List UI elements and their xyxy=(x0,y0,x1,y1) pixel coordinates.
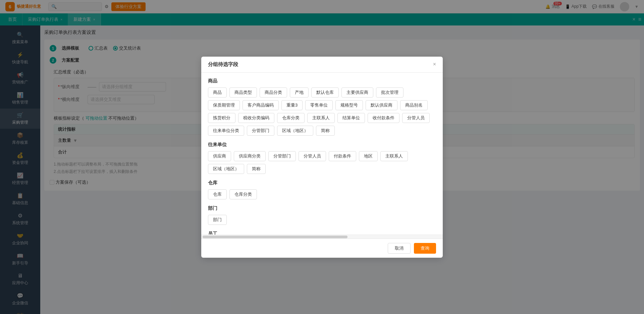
section-staff: 员工 业务员 xyxy=(208,231,436,235)
field-tag[interactable]: 商品分类 xyxy=(260,87,287,98)
section-warehouse-tags: 仓库 仓库分类 xyxy=(208,189,436,199)
field-tag[interactable]: 供应商 xyxy=(208,151,231,161)
section-goods-tags: 商品 商品类型 商品分类 产地 默认仓库 主要供应商 批次管理 保质期管理 客户… xyxy=(208,87,436,136)
cancel-button[interactable]: 取消 xyxy=(388,243,411,254)
field-select-modal: 分组待选字段 × 商品 商品 商品类型 商品分类 产地 默认仓库 主要供应商 批… xyxy=(201,57,443,258)
field-tag[interactable]: 供应商分类 xyxy=(234,151,266,161)
section-goods: 商品 商品 商品类型 商品分类 产地 默认仓库 主要供应商 批次管理 保质期管理… xyxy=(208,78,436,136)
field-tag[interactable]: 分管部门 xyxy=(268,151,296,161)
section-dept-title: 部门 xyxy=(208,205,436,211)
field-tag[interactable]: 产地 xyxy=(290,87,309,98)
modal-body: 商品 商品 商品类型 商品分类 产地 默认仓库 主要供应商 批次管理 保质期管理… xyxy=(201,73,443,235)
field-tag[interactable]: 结算单位 xyxy=(337,113,365,123)
field-tag[interactable]: 区域（地区） xyxy=(208,164,244,174)
confirm-button[interactable]: 查询 xyxy=(414,243,436,254)
field-tag[interactable]: 主联系人 xyxy=(307,113,335,123)
field-tag[interactable]: 仓库 xyxy=(208,189,227,199)
field-tag[interactable]: 区域（地区） xyxy=(277,126,313,136)
field-tag[interactable]: 部门 xyxy=(208,215,227,225)
field-tag[interactable]: 规格型号 xyxy=(335,100,363,110)
field-tag[interactable]: 仓库分类 xyxy=(229,189,257,199)
section-goods-title: 商品 xyxy=(208,78,436,84)
field-tag[interactable]: 默认仓库 xyxy=(311,87,339,98)
field-tag[interactable]: 简称 xyxy=(316,126,335,136)
field-tag[interactable]: 零售单位 xyxy=(305,100,333,110)
field-tag[interactable]: 收付款条件 xyxy=(368,113,399,123)
field-tag[interactable]: 往来单位分类 xyxy=(208,126,244,136)
field-tag[interactable]: 简称 xyxy=(247,164,266,174)
modal-hscrollbar[interactable] xyxy=(201,235,443,239)
section-warehouse-title: 仓库 xyxy=(208,180,436,186)
field-tag[interactable]: 批次管理 xyxy=(376,87,404,98)
field-tag[interactable]: 主联系人 xyxy=(380,151,408,161)
field-tag[interactable]: 分管人员 xyxy=(402,113,430,123)
modal-footer: 取消 查询 xyxy=(201,239,443,258)
field-tag[interactable]: 仓库分类 xyxy=(277,113,305,123)
field-tag[interactable]: 保质期管理 xyxy=(208,100,240,110)
field-tag[interactable]: 商品类型 xyxy=(229,87,257,98)
section-staff-title: 员工 xyxy=(208,231,436,235)
section-warehouse: 仓库 仓库 仓库分类 xyxy=(208,180,436,199)
modal-close-button[interactable]: × xyxy=(433,62,436,67)
field-tag[interactable]: 分管人员 xyxy=(299,151,326,161)
section-dept-tags: 部门 xyxy=(208,215,436,225)
modal-title: 分组待选字段 xyxy=(208,61,238,68)
field-tag[interactable]: 付款条件 xyxy=(329,151,356,161)
field-tag[interactable]: 默认供应商 xyxy=(366,100,397,110)
hscroll-thumb xyxy=(203,236,347,238)
field-tag[interactable]: 主要供应商 xyxy=(341,87,373,98)
field-tag[interactable]: 地区 xyxy=(359,151,378,161)
field-tag[interactable]: 商品 xyxy=(208,87,227,98)
field-tag[interactable]: 商品别名 xyxy=(400,100,428,110)
section-partner: 往来单位 供应商 供应商分类 分管部门 分管人员 付款条件 地区 主联系人 区域… xyxy=(208,142,436,174)
section-dept: 部门 部门 xyxy=(208,205,436,225)
field-tag[interactable]: 重量3 xyxy=(281,100,303,110)
field-tag[interactable]: 税收分类编码 xyxy=(238,113,274,123)
field-tag[interactable]: 拣货积分 xyxy=(208,113,235,123)
modal-header: 分组待选字段 × xyxy=(201,57,443,73)
section-partner-title: 往来单位 xyxy=(208,142,436,148)
field-tag[interactable]: 分管部门 xyxy=(247,126,274,136)
field-tag[interactable]: 客户商品编码 xyxy=(243,100,279,110)
modal-overlay: 分组待选字段 × 商品 商品 商品类型 商品分类 产地 默认仓库 主要供应商 批… xyxy=(0,0,644,314)
section-partner-tags: 供应商 供应商分类 分管部门 分管人员 付款条件 地区 主联系人 区域（地区） … xyxy=(208,151,436,174)
